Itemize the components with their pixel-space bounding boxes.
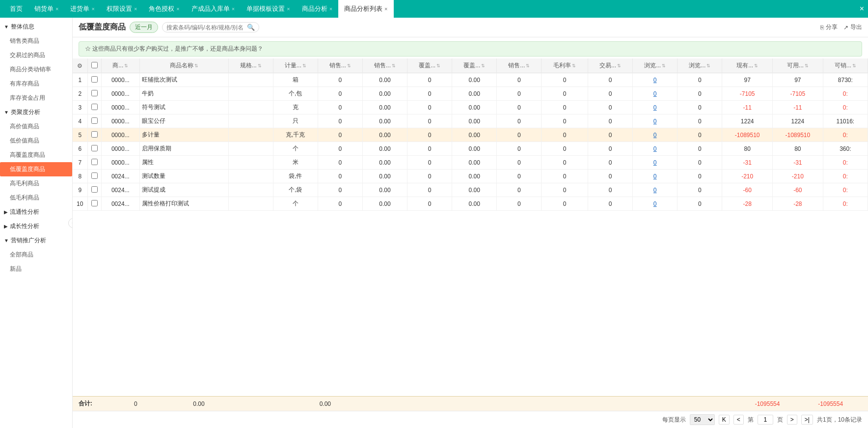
data-table-wrapper[interactable]: ⚙ 商...⇅ 商品名称⇅ 规格...⇅ 计量...⇅ 销售...⇅ 销售...… — [73, 58, 868, 396]
cell-view1[interactable]: 0 — [633, 114, 678, 128]
nav-tab-purchase[interactable]: 进货单 × — [64, 0, 100, 18]
col-view2[interactable]: 浏览...⇅ — [678, 58, 722, 73]
cell-checkbox[interactable] — [87, 156, 101, 170]
time-filter-button[interactable]: 近一月 — [130, 22, 158, 33]
cell-checkbox[interactable] — [87, 87, 101, 101]
cell-view1[interactable]: 0 — [633, 142, 678, 156]
nav-tab-sales[interactable]: 销货单 × — [28, 0, 64, 18]
row-checkbox[interactable] — [91, 90, 98, 96]
sidebar-item-new-goods[interactable]: 新品 — [0, 262, 72, 276]
close-icon[interactable]: × — [384, 6, 387, 12]
col-sales-qty[interactable]: 销售...⇅ — [318, 58, 362, 73]
cell-checkbox[interactable] — [87, 128, 101, 142]
cell-view1[interactable]: 0 — [633, 73, 678, 87]
close-icon[interactable]: × — [232, 6, 235, 12]
cell-checkbox[interactable] — [87, 101, 101, 114]
col-view1[interactable]: 浏览...⇅ — [633, 58, 678, 73]
sidebar-section-growth[interactable]: ▶ 成长性分析 — [0, 219, 72, 233]
nav-tab-goods-analysis[interactable]: 商品分析 × — [296, 0, 338, 18]
cell-sales-amt: 0.00 — [362, 128, 407, 142]
cell-view1[interactable]: 0 — [633, 170, 678, 183]
col-spec[interactable]: 规格...⇅ — [228, 58, 273, 73]
close-icon[interactable]: × — [134, 6, 137, 12]
row-checkbox[interactable] — [91, 172, 98, 179]
sidebar-section-marketing[interactable]: ▼ 营销推广分析 — [0, 233, 72, 248]
col-checkbox[interactable] — [87, 58, 101, 73]
cell-view1[interactable]: 0 — [633, 156, 678, 170]
row-checkbox[interactable] — [91, 145, 98, 151]
prev-page-button[interactable]: < — [733, 415, 744, 425]
sidebar-item-traded-goods[interactable]: 交易过的商品 — [0, 48, 72, 62]
sidebar-item-high-value[interactable]: 高价值商品 — [0, 119, 72, 134]
cell-checkbox[interactable] — [87, 114, 101, 128]
first-page-button[interactable]: K — [719, 415, 730, 425]
col-stock1[interactable]: 现有...⇅ — [722, 58, 773, 73]
sidebar-item-stocked-goods[interactable]: 有库存商品 — [0, 77, 72, 91]
row-checkbox[interactable] — [91, 131, 98, 138]
close-icon[interactable]: × — [176, 6, 179, 12]
sidebar-item-category-rate[interactable]: 商品分类动销率 — [0, 62, 72, 77]
col-stock2[interactable]: 可用...⇅ — [773, 58, 823, 73]
cell-view1[interactable]: 0 — [633, 87, 678, 101]
row-checkbox[interactable] — [91, 159, 98, 165]
close-icon[interactable]: × — [329, 6, 332, 12]
col-stock3[interactable]: 可销...⇅ — [823, 58, 868, 73]
nav-tab-permission[interactable]: 权限设置 × — [101, 0, 143, 18]
page-number-input[interactable] — [758, 415, 773, 425]
row-checkbox[interactable] — [91, 104, 98, 110]
cell-view1[interactable]: 0 — [633, 183, 678, 197]
sidebar-item-low-value[interactable]: 低价值商品 — [0, 134, 72, 148]
col-sales-amt[interactable]: 销售...⇅ — [362, 58, 407, 73]
cell-view1[interactable]: 0 — [633, 128, 678, 142]
col-code[interactable]: 商...⇅ — [101, 58, 140, 73]
cell-checkbox[interactable] — [87, 73, 101, 87]
row-checkbox[interactable] — [91, 76, 98, 83]
close-icon[interactable]: × — [55, 6, 58, 12]
last-page-button[interactable]: >| — [801, 415, 813, 425]
cell-stock3: 0: — [823, 101, 868, 114]
col-gross[interactable]: 毛利率⇅ — [542, 58, 588, 73]
row-checkbox[interactable] — [91, 186, 98, 193]
nav-tab-goods-analysis-list[interactable]: 商品分析列表 × — [338, 0, 393, 18]
col-settings[interactable]: ⚙ — [73, 58, 87, 73]
cell-checkbox[interactable] — [87, 183, 101, 197]
row-checkbox[interactable] — [91, 200, 98, 206]
sidebar-section-cluster[interactable]: ▼ 类聚度分析 — [0, 105, 72, 119]
sidebar-item-low-coverage[interactable]: 低覆盖度商品 — [0, 162, 72, 176]
col-unit[interactable]: 计量...⇅ — [273, 58, 318, 73]
sidebar-section-overall[interactable]: ▼ 整体信息 — [0, 20, 72, 34]
close-all-button[interactable]: × — [860, 4, 864, 13]
share-button[interactable]: ⎘ 分享 — [820, 23, 838, 31]
col-trade[interactable]: 交易...⇅ — [588, 58, 632, 73]
cell-view1[interactable]: 0 — [633, 197, 678, 211]
close-icon[interactable]: × — [287, 6, 290, 12]
sidebar-item-high-margin[interactable]: 高毛利商品 — [0, 176, 72, 191]
close-icon[interactable]: × — [91, 6, 94, 12]
nav-tab-home[interactable]: 首页 — [4, 0, 28, 18]
sidebar-item-high-coverage[interactable]: 高覆盖度商品 — [0, 148, 72, 162]
row-checkbox[interactable] — [91, 117, 98, 124]
col-name[interactable]: 商品名称⇅ — [140, 58, 229, 73]
cell-trade: 0 — [588, 73, 632, 87]
col-cov1[interactable]: 覆盖...⇅ — [407, 58, 452, 73]
sidebar-item-sales-goods[interactable]: 销售类商品 — [0, 34, 72, 48]
search-input[interactable] — [166, 24, 245, 31]
nav-tab-template[interactable]: 单据模板设置 × — [241, 0, 296, 18]
next-page-button[interactable]: > — [787, 415, 797, 425]
search-icon[interactable]: 🔍 — [247, 24, 255, 31]
sidebar-item-low-margin[interactable]: 低毛利商品 — [0, 191, 72, 205]
col-cov2[interactable]: 覆盖...⇅ — [452, 58, 497, 73]
cell-checkbox[interactable] — [87, 197, 101, 211]
col-sales2[interactable]: 销售...⇅ — [497, 58, 542, 73]
cell-checkbox[interactable] — [87, 142, 101, 156]
sidebar-section-circulation[interactable]: ▶ 流通性分析 — [0, 205, 72, 219]
cell-checkbox[interactable] — [87, 170, 101, 183]
select-all-checkbox[interactable] — [91, 62, 98, 68]
page-size-select[interactable]: 50 20 100 — [690, 414, 715, 425]
export-button[interactable]: ↗ 导出 — [843, 23, 862, 31]
nav-tab-product-storage[interactable]: 产成品入库单 × — [186, 0, 241, 18]
cell-view1[interactable]: 0 — [633, 101, 678, 114]
nav-tab-role[interactable]: 角色授权 × — [143, 0, 185, 18]
sidebar-item-inventory-capital[interactable]: 库存资金占用 — [0, 91, 72, 105]
sidebar-item-all-goods[interactable]: 全部商品 — [0, 248, 72, 262]
